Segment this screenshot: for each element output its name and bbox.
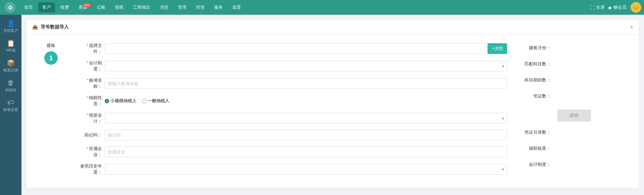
affiliated-company-row: *所属企业： [78, 146, 507, 158]
form-area: 建账 1 *选择文件： +浏览 [27, 35, 639, 183]
close-button[interactable]: × [630, 24, 633, 30]
aux-accounting-label: 辅助核算： [521, 145, 551, 151]
memo-code-input[interactable] [105, 130, 507, 140]
file-input-group: +浏览 [105, 43, 507, 54]
sidebar-label-all-clients: 全部客户 [3, 28, 18, 33]
build-month-value [553, 43, 628, 53]
nav-right: ⛶ 全屏 ▶ 畅会员 😊 [590, 2, 641, 13]
nav-item-bookkeeping[interactable]: 记账 [93, 2, 109, 12]
refer-year-row: 参照历史年度： [78, 163, 507, 175]
nav-item-home[interactable]: 首页 [20, 2, 37, 12]
file-label: *选择文件： [78, 43, 102, 55]
radio-general-label: 一般纳税人 [148, 98, 169, 104]
panel: 📤 导爷数据导入 × 建账 1 *选择文件： [27, 20, 639, 188]
nav-item-fees[interactable]: 收费 [56, 2, 73, 12]
refer-year-select[interactable] [105, 164, 507, 175]
top-nav: ✿ 首页 客户 收费 票据 new 记账 报税 工商项目 消息 管理 经营 服务… [0, 0, 644, 15]
voucher-entries-label: 凭证分录数： [521, 129, 551, 135]
nav-items: 首页 客户 收费 票据 new 记账 报税 工商项目 消息 管理 经营 服务 设… [20, 2, 590, 12]
new-badge: new [83, 3, 91, 7]
accounting-system-select-wrapper [105, 61, 507, 71]
panel-title-icon: 📤 [32, 24, 38, 30]
nav-item-operations[interactable]: 经营 [192, 2, 209, 12]
ledger-name-label: *账簿名称： [78, 77, 102, 89]
panel-title: 导爷数据导入 [41, 24, 69, 30]
right-accounting-system-value [553, 159, 628, 170]
sidebar-label-migration: 账套迁移 [3, 68, 18, 73]
sidebar-item-declare[interactable]: 📋 0申报 [1, 37, 20, 56]
accounting-system-label: *会计制度： [78, 60, 102, 72]
logo: ✿ [3, 0, 17, 15]
aux-accounting-row: 辅助核算： [521, 143, 628, 154]
memo-code-label: 助记码： [78, 132, 102, 138]
step-label: 建账 [47, 43, 55, 49]
tax-type-label: *纳税性质： [78, 95, 102, 107]
radio-small-scale-label: 小规模纳税人 [110, 98, 137, 104]
fullscreen-label: 全屏 [596, 4, 605, 10]
radio-general[interactable]: 一般纳税人 [142, 98, 169, 104]
build-button[interactable]: 建账 [557, 110, 591, 122]
step-section: 建账 1 [38, 43, 64, 175]
panel-header: 📤 导爷数据导入 [27, 20, 639, 35]
ledger-name-row: *账簿名称： [78, 77, 507, 89]
match-subjects-label: 匹配科目数： [521, 61, 551, 67]
fullscreen-icon: ⛶ [590, 5, 595, 10]
file-input[interactable] [105, 43, 488, 54]
accounting-system-select[interactable] [105, 61, 507, 71]
avatar[interactable]: 😊 [631, 2, 641, 13]
voucher-entries-value [553, 127, 628, 138]
nav-item-settings[interactable]: 设置 [228, 2, 245, 12]
declare-icon: 📋 [7, 40, 15, 47]
step-circle: 1 [44, 51, 58, 65]
migration-icon: 📦 [7, 60, 15, 66]
nav-item-messages[interactable]: 消息 [156, 2, 172, 12]
ledger-name-input[interactable] [105, 78, 507, 89]
radio-small-scale-input[interactable] [105, 99, 109, 103]
subject-init-value [553, 75, 628, 85]
nav-item-business[interactable]: 工商项目 [129, 2, 154, 12]
affiliated-company-input[interactable] [105, 146, 507, 157]
sidebar-label-declare: 0申报 [6, 48, 15, 53]
subject-init-label: 科目期初数： [521, 77, 551, 83]
nav-item-management[interactable]: 管理 [174, 2, 191, 12]
content-area: 📤 导爷数据导入 × 建账 1 *选择文件： [21, 15, 644, 195]
build-month-label: 建账月份： [521, 45, 551, 51]
vouchers-label: 凭证数： [521, 93, 551, 99]
radio-small-scale[interactable]: 小规模纳税人 [105, 98, 137, 104]
sidebar-item-recycle[interactable]: 🗑 回收站 [1, 77, 20, 95]
sidebar: 👤 全部客户 📋 0申报 📦 账套迁移 🗑 回收站 🏷 标签设置 [0, 15, 21, 195]
assign-accountant-select[interactable] [105, 113, 507, 124]
vouchers-value [553, 91, 628, 102]
build-btn-wrapper: 建账 [521, 110, 628, 122]
member-icon: ▶ [609, 5, 612, 10]
browse-button[interactable]: +浏览 [488, 43, 507, 54]
accounting-system-row: *会计制度： [78, 60, 507, 72]
left-form: *选择文件： +浏览 *会计制度： [78, 43, 507, 175]
member-label: 畅会员 [613, 4, 627, 10]
labels-icon: 🏷 [7, 99, 14, 106]
nav-item-tax[interactable]: 报税 [111, 2, 128, 12]
right-accounting-system-label: 会计制度： [521, 161, 551, 168]
assign-accountant-select-wrapper [105, 113, 507, 124]
sidebar-item-labels[interactable]: 🏷 标签设置 [1, 96, 20, 115]
fullscreen-button[interactable]: ⛶ 全屏 [590, 4, 605, 10]
aux-accounting-value [553, 143, 628, 154]
match-subjects-value [553, 59, 628, 69]
logo-icon: ✿ [5, 2, 15, 13]
tax-type-radio-group: 小规模纳税人 一般纳税人 [105, 98, 169, 104]
nav-item-services[interactable]: 服务 [210, 2, 227, 12]
sidebar-item-migration[interactable]: 📦 账套迁移 [1, 57, 20, 75]
required-star: * [87, 43, 88, 48]
radio-general-input[interactable] [142, 99, 146, 103]
affiliated-company-label: *所属企业： [78, 146, 102, 158]
member-button[interactable]: ▶ 畅会员 [609, 4, 627, 10]
vouchers-row: 凭证数： [521, 91, 628, 102]
build-month-row: 建账月份： [521, 43, 628, 53]
right-accounting-system-row: 会计制度： [521, 159, 628, 170]
tax-type-row: *纳税性质： 小规模纳税人 一般纳税人 [78, 95, 507, 107]
nav-item-invoices[interactable]: 票据 new [75, 2, 91, 12]
nav-item-customers[interactable]: 客户 [38, 2, 55, 12]
sidebar-item-all-clients[interactable]: 👤 全部客户 [1, 17, 20, 36]
assign-accountant-row: *指派会计： [78, 112, 507, 124]
file-row: *选择文件： +浏览 [78, 43, 507, 55]
